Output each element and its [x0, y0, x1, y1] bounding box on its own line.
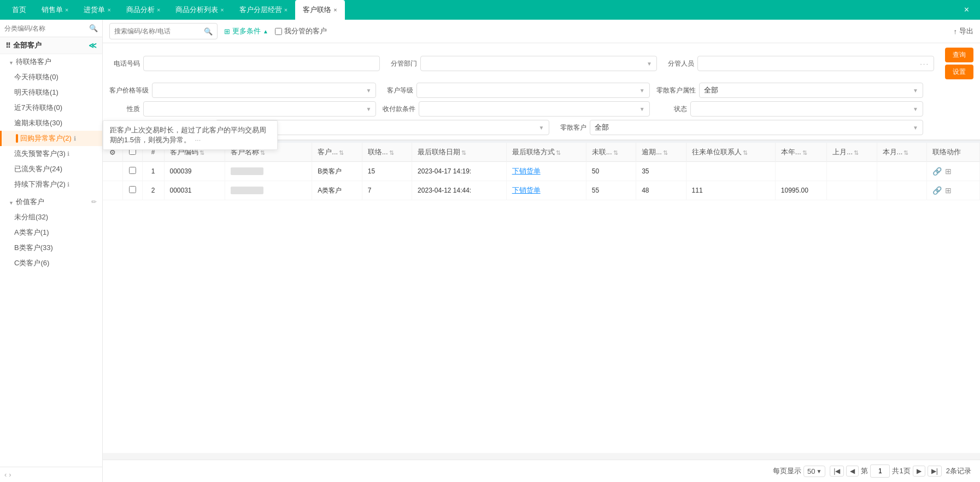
sidebar-item-already-lost[interactable]: 已流失客户(24) — [0, 161, 102, 177]
row1-checkbox[interactable] — [122, 162, 142, 181]
right-arrow[interactable]: › — [9, 471, 11, 479]
sidebar-item-ungroup[interactable]: 未分组(32) — [0, 210, 102, 225]
sidebar-item-7days[interactable]: 近7天待联络(0) — [0, 100, 102, 115]
sort-type[interactable] — [339, 148, 344, 156]
status-select[interactable]: ▼ — [690, 101, 923, 117]
phone-input[interactable] — [143, 56, 380, 71]
nav-close-product-analysis[interactable]: × — [157, 7, 160, 13]
col-contact-count[interactable]: 联络... — [362, 143, 412, 162]
retail-customer-select[interactable]: 全部 ▼ — [590, 120, 924, 135]
sort-contacts[interactable] — [743, 148, 748, 156]
col-uncontacted[interactable]: 未联... — [586, 143, 636, 162]
customer-level-select[interactable]: ▼ — [416, 83, 649, 98]
person-dots[interactable]: ··· — [920, 60, 929, 68]
row1-link-icon[interactable]: 🔗 — [932, 167, 942, 176]
nav-close-customer-ops[interactable]: × — [284, 7, 287, 13]
sidebar-item-declining[interactable]: 持续下滑客户(2) ℹ — [0, 177, 102, 192]
sidebar-search-box[interactable]: 🔍 — [0, 20, 102, 37]
search-icon[interactable]: 🔍 — [204, 27, 213, 36]
sidebar-item-c-class[interactable]: C类客户(6) — [0, 255, 102, 271]
col-year[interactable]: 本年... — [775, 143, 826, 162]
sidebar-item-a-class[interactable]: A类客户(1) — [0, 225, 102, 240]
sort-uncontacted[interactable] — [613, 148, 618, 156]
pending-contact-group[interactable]: 待联络客户 — [0, 54, 102, 69]
row1-last-method[interactable]: 下销货单 — [506, 162, 586, 181]
prev-page-btn[interactable]: ◀ — [846, 466, 859, 477]
sort-contact-count[interactable] — [389, 148, 394, 156]
table-row: 1 000039 B类客户 15 2023-04-17 14:19: 下销货单 … — [103, 162, 980, 181]
sidebar-item-tomorrow[interactable]: 明天待联络(1) — [0, 85, 102, 100]
nav-customer-contact[interactable]: 客户联络 × — [295, 0, 344, 20]
col-type[interactable]: 客户... — [312, 143, 362, 162]
col-last-date[interactable]: 最后联络日期 — [412, 143, 507, 162]
close-all-button[interactable]: × — [958, 5, 976, 15]
left-arrow[interactable]: ‹ — [4, 471, 7, 479]
my-customers-checkbox[interactable] — [275, 28, 282, 35]
retail-attr-select[interactable]: 全部 ▼ — [699, 83, 923, 98]
sidebar-item-b-class[interactable]: B类客户(33) — [0, 240, 102, 255]
row2-last-method[interactable]: 下销货单 — [506, 181, 586, 200]
col-last-method[interactable]: 最后联络方式 — [506, 143, 586, 162]
row2-checkbox[interactable] — [122, 181, 142, 200]
next-page-btn[interactable]: ▶ — [913, 466, 925, 477]
settings-button[interactable]: 设置 — [945, 65, 973, 79]
sort-overdue[interactable] — [663, 148, 668, 156]
row2-link-icon[interactable]: 🔗 — [932, 186, 942, 195]
row2-last-month — [827, 181, 877, 200]
sidebar-item-today[interactable]: 今天待联络(0) — [0, 69, 102, 85]
col-overdue[interactable]: 逾期... — [636, 143, 686, 162]
row1-code[interactable]: 000039 — [164, 162, 225, 181]
sort-last-month[interactable] — [854, 148, 859, 156]
search-input[interactable] — [114, 27, 202, 35]
row1-name[interactable] — [225, 162, 312, 181]
page-input[interactable] — [870, 464, 890, 478]
nav-close-sales[interactable]: × — [65, 7, 68, 13]
edit-icon[interactable]: ✏ — [91, 198, 97, 206]
all-customers-header[interactable]: ⠿ 全部客户 ≪ — [0, 37, 102, 54]
query-button[interactable]: 查询 — [945, 48, 973, 62]
sort-last-date[interactable] — [461, 148, 466, 156]
nav-home[interactable]: 首页 — [4, 0, 34, 20]
sidebar-item-overdue[interactable]: 逾期未联络(30) — [0, 115, 102, 131]
sort-last-method[interactable] — [556, 148, 561, 156]
more-conditions-btn[interactable]: ⊞ 更多条件 ▲ — [224, 26, 268, 36]
sidebar-collapse-btn[interactable]: ≪ — [89, 41, 97, 50]
value-customers-group[interactable]: 价值客户 ✏ — [0, 194, 102, 210]
nav-close-purchase[interactable]: × — [107, 7, 110, 13]
nav-sales[interactable]: 销售单 × — [34, 0, 76, 20]
first-page-btn[interactable]: |◀ — [830, 466, 844, 477]
export-button[interactable]: ↑ 导出 — [954, 26, 974, 36]
sidebar-search-input[interactable] — [4, 25, 87, 32]
nav-product-list[interactable]: 商品分析列表 × — [168, 0, 231, 20]
col-this-month[interactable]: 本月... — [877, 143, 926, 162]
row2-code[interactable]: 000031 — [164, 181, 225, 200]
gender-select[interactable]: ▼ — [143, 101, 376, 117]
col-last-month[interactable]: 上月... — [827, 143, 877, 162]
my-customers-checkbox-area[interactable]: 我分管的客户 — [275, 26, 327, 36]
sidebar-item-repurchase-abnormal[interactable]: 回购异常客户(2) ℹ — [0, 131, 102, 146]
page-size-select[interactable]: 50 ▼ — [803, 466, 825, 477]
row1-check[interactable] — [129, 167, 136, 174]
price-level-select[interactable]: ▼ — [152, 83, 376, 98]
last-page-btn[interactable]: ▶| — [928, 466, 942, 477]
nav-close-customer-contact[interactable]: × — [333, 7, 337, 13]
sort-this-month[interactable] — [903, 148, 908, 156]
horizontal-scrollbar[interactable] — [103, 453, 980, 460]
sidebar-item-lost-warning[interactable]: 流失预警客户(3) ℹ — [0, 146, 102, 161]
sidebar-search-icon[interactable]: 🔍 — [89, 24, 98, 32]
row2-name[interactable] — [225, 181, 312, 200]
search-box[interactable]: 🔍 — [109, 23, 218, 39]
col-contacts[interactable]: 往来单位联系人 — [686, 143, 775, 162]
nav-close-product-list[interactable]: × — [220, 7, 224, 13]
row1-uncontacted: 50 — [586, 162, 636, 181]
nav-product-analysis[interactable]: 商品分析 × — [119, 0, 168, 20]
row2-check[interactable] — [129, 186, 136, 193]
nav-customer-ops[interactable]: 客户分层经营 × — [232, 0, 295, 20]
dept-select[interactable]: ▼ — [420, 56, 657, 71]
person-select[interactable]: ··· — [697, 56, 934, 71]
row2-grid-icon[interactable]: ⊞ — [945, 186, 952, 195]
payment-select[interactable]: ▼ — [419, 101, 649, 117]
sort-year[interactable] — [802, 148, 807, 156]
row1-grid-icon[interactable]: ⊞ — [945, 167, 952, 176]
nav-purchase[interactable]: 进货单 × — [76, 0, 118, 20]
